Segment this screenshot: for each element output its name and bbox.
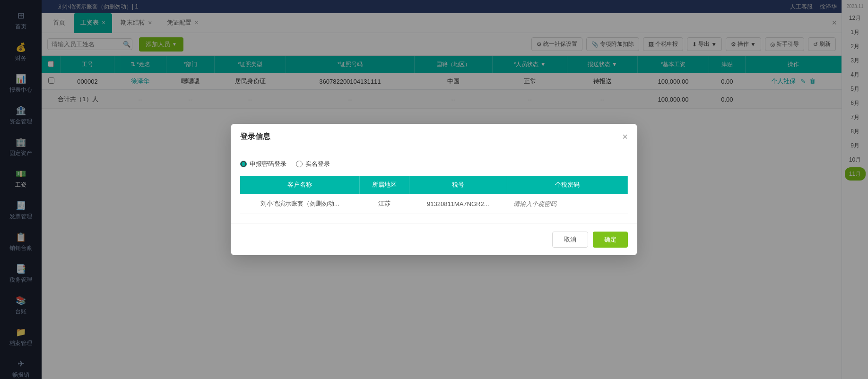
modal-close-button[interactable]: ×: [622, 131, 628, 142]
modal-title: 登录信息: [240, 132, 270, 142]
radio-realname-label: 实名登录: [305, 160, 330, 168]
tax-password-cell[interactable]: [507, 194, 627, 214]
radio-realname-input[interactable]: [296, 161, 303, 167]
login-modal: 登录信息 × 申报密码登录 实名登录 客户名称 所属地区: [231, 124, 637, 255]
confirm-button[interactable]: 确定: [593, 232, 628, 248]
modal-header: 登录信息 ×: [231, 124, 637, 150]
radio-password-login[interactable]: 申报密码登录: [240, 160, 286, 168]
login-info-row: 刘小艳演示账套（勿删勿动... 江苏 91320811MA7NGR2...: [240, 194, 628, 214]
col-region: 所属地区: [359, 176, 409, 194]
login-type-group: 申报密码登录 实名登录: [240, 160, 628, 168]
region-cell: 江苏: [359, 194, 409, 214]
radio-password-label: 申报密码登录: [250, 160, 286, 168]
radio-password-input[interactable]: [240, 161, 247, 167]
modal-body: 申报密码登录 实名登录 客户名称 所属地区 税号 个税密码: [231, 150, 637, 224]
cancel-button[interactable]: 取消: [552, 232, 588, 248]
modal-overlay[interactable]: 登录信息 × 申报密码登录 实名登录 客户名称 所属地区: [0, 0, 868, 379]
tax-password-input[interactable]: [513, 200, 621, 207]
radio-realname-login[interactable]: 实名登录: [296, 160, 330, 168]
login-info-table: 客户名称 所属地区 税号 个税密码 刘小艳演示账套（勿删勿动... 江苏 913…: [240, 176, 628, 214]
col-client-name: 客户名称: [240, 176, 359, 194]
tax-no-cell: 91320811MA7NGR2...: [409, 194, 507, 214]
col-tax-no: 税号: [409, 176, 507, 194]
client-name-cell: 刘小艳演示账套（勿删勿动...: [240, 194, 359, 214]
modal-footer: 取消 确定: [231, 224, 637, 255]
col-tax-password: 个税密码: [507, 176, 627, 194]
